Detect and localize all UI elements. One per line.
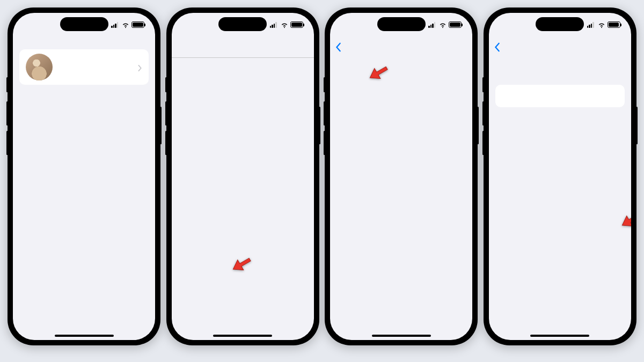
chevron-right-icon [138,64,142,70]
phone-4 [484,8,636,345]
wifi-icon [439,22,447,28]
battery-icon [449,21,462,28]
signal-icon [428,22,437,28]
dynamic-island [218,17,267,31]
nav-bar [489,36,631,58]
phone-2 [166,8,319,345]
dynamic-island [377,17,426,31]
home-indicator[interactable] [530,335,589,337]
group-cert [495,85,625,107]
dynamic-island [60,17,108,31]
wifi-icon [598,22,605,28]
profile-row[interactable] [19,49,149,85]
phone-3 [325,8,478,345]
red-arrow-icon [620,211,631,232]
red-arrow-icon [231,255,252,276]
avatar [26,54,53,80]
home-indicator[interactable] [213,335,272,337]
nav-bar [172,36,314,58]
signal-icon [111,22,120,28]
wifi-icon [122,22,129,28]
nav-bar [330,36,472,58]
page-title [13,36,155,45]
back-button[interactable] [335,42,343,52]
signal-icon [587,22,596,28]
signal-icon [270,22,279,28]
battery-icon [608,21,620,28]
back-button[interactable] [494,42,502,52]
home-indicator[interactable] [372,335,431,337]
phone-1 [8,8,160,345]
row-cert[interactable] [495,85,625,107]
battery-icon [290,21,303,28]
wifi-icon [281,22,288,28]
home-indicator[interactable] [55,335,114,337]
battery-icon [131,21,144,28]
red-arrow-icon [368,64,389,84]
dynamic-island [536,17,584,31]
